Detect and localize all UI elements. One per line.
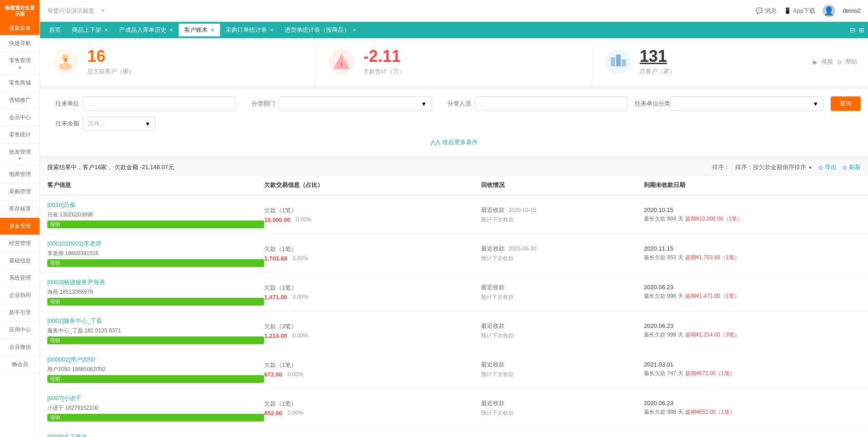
customer-name-6[interactable]: [0006]去下粮仓 (47, 433, 264, 437)
unit-class-label: 往来单位分类 (635, 100, 667, 108)
overdue-link-0[interactable]: 超期¥10,000.00（1笔） (685, 215, 743, 223)
message-button[interactable]: 💬 消息 (756, 7, 777, 15)
sort-select[interactable]: 排序：按欠款金额倒序排序 ▼ (735, 163, 813, 171)
debt-info-2: 欠款（1笔） 1,471.00 0.00% (264, 284, 481, 301)
close-icon[interactable]: ✕ (352, 27, 356, 33)
customer-name-1[interactable]: [0001020001]李老师 (47, 240, 264, 248)
sidebar-item-ecommerce[interactable]: 电商管理 (0, 166, 40, 183)
tab-home[interactable]: 首页 (44, 24, 66, 36)
from-unit-input[interactable]: ... (83, 96, 236, 111)
customer-phone-0: 吕俊 13026203696 (47, 211, 264, 219)
customer-name-0[interactable]: [0016]吕俊 (47, 201, 264, 209)
close-icon[interactable]: ✕ (270, 27, 274, 33)
balance-select[interactable]: 选择... ▼ (83, 116, 156, 131)
customer-tag-1: 现销 (47, 259, 264, 267)
stat-number-debt: -2.11 (363, 48, 581, 65)
search-menu-button[interactable]: 搜索菜单 (0, 22, 40, 35)
tabbar: 首页 商品上下架 ✕ 产成品入库单历史 ✕ 客户账本 ✕ 采购订单统计表 ✕ 进… (40, 22, 868, 38)
total-icon (603, 47, 632, 76)
tab-products[interactable]: 商品上下架 ✕ (66, 24, 114, 36)
debt-amount-4: 672.00 (264, 371, 282, 378)
customer-info-1: [0001020001]李老师 李老师 18600391516 现销 (47, 240, 264, 267)
help-label[interactable]: 帮助 (845, 58, 857, 66)
sidebar-item-inventory[interactable]: 库存核算 (0, 201, 40, 218)
debt-amount-5: 652.00 (264, 410, 282, 417)
export-button[interactable]: ⊙ 导出 (818, 163, 837, 171)
recovery-label-0: 最近收款 (481, 206, 505, 214)
due-date-0: 2020.10.15 (644, 206, 861, 213)
chevron-down-icon: ▲ (4, 65, 36, 70)
debt-info-0: 欠款（1笔） 10,000.00 0.00% (264, 206, 481, 223)
query-button[interactable]: 查询 (831, 96, 861, 111)
recovery-info-4: 最近收款 预计下次收款 (481, 361, 644, 378)
dept-select[interactable]: ▼ (279, 96, 432, 111)
tab-production[interactable]: 产成品入库单历史 ✕ (114, 24, 179, 36)
chevron-down-icon: ▼ (4, 156, 36, 161)
debt-info-5: 欠款（1笔） 652.00 0.00% (264, 400, 481, 417)
sidebar-item-new-guide[interactable]: 新手引导 (0, 304, 40, 321)
overdue-link-1[interactable]: 超期¥1,703.68（1笔） (685, 254, 740, 261)
close-icon[interactable]: ✕ (211, 27, 215, 33)
sidebar-item-basic-info[interactable]: 基础信息 (0, 252, 40, 270)
chevron-down-icon: ▼ (808, 165, 813, 170)
sidebar-item-capital[interactable]: 资金管理 (0, 218, 40, 235)
sidebar-item-retail-stats[interactable]: 零售统计 (0, 126, 40, 144)
close-icon[interactable]: ✕ (169, 27, 173, 33)
close-icon[interactable]: ✕ (104, 27, 108, 33)
sidebar: 畅捷通好生意 示版 搜索菜单 快捷导航 零售管理 ▲ 零售商城 营销推广 会员中… (0, 0, 40, 437)
recovery-info-1: 最近收款 2020-06-30 预计下次收款 (481, 245, 644, 262)
refresh-button[interactable]: ⊙ 刷新 (842, 163, 861, 171)
sidebar-item-member-plus[interactable]: 畅会员 (0, 356, 40, 373)
sidebar-item-retail-mall[interactable]: 零售商城 (0, 75, 40, 92)
table-row: [000002]用户2050 用户2050 18665062050 现销 欠款（… (40, 350, 868, 389)
sidebar-item-app-center[interactable]: 应用中心 (0, 321, 40, 339)
sidebar-item-enterprise-wechat[interactable]: 企业微信 (0, 339, 40, 356)
sidebar-item-enterprise-collab[interactable]: 企业协同 (0, 287, 40, 304)
due-info-0: 2020.10.15 最长欠款 884 天 超期¥10,000.00（1笔） (644, 206, 861, 223)
sidebar-item-marketing[interactable]: 营销推广 (0, 92, 40, 109)
minimize-icon[interactable]: ⊟ (850, 26, 855, 34)
sidebar-item-member[interactable]: 会员中心 (0, 109, 40, 126)
customer-name-2[interactable]: [0003]畅捷服务尹海燕 (47, 278, 264, 286)
sidebar-item-batch-mgmt[interactable]: 批发管理 ▼ (0, 144, 40, 166)
customer-name-4[interactable]: [000002]用户2050 (47, 356, 264, 364)
chevron-down-icon: ▼ (813, 100, 818, 107)
avatar[interactable]: 👤 (823, 5, 835, 17)
customer-name-3[interactable]: [0002]服务中心_丁磊 (47, 317, 264, 325)
chevron-down-icon: ▼ (421, 100, 427, 107)
debt-summary: 欠款金额 -21,148.07元 (115, 164, 174, 171)
sidebar-item-system[interactable]: 系统管理 (0, 270, 40, 287)
due-info-2: 2020.06.23 最长欠款 998 天 超期¥1,471.00（1笔） (644, 284, 861, 300)
overdue-link-2[interactable]: 超期¥1,471.00（1笔） (685, 292, 740, 300)
overdue-link-4[interactable]: 超期¥672.00（1笔） (685, 370, 735, 377)
collapse-button[interactable]: ⋀⋀ 收起更多条件 (429, 136, 480, 148)
quick-nav-button[interactable]: 快捷导航 (0, 35, 40, 52)
tab-customer-account-label: 客户账本 (184, 26, 208, 34)
recovery-label-3: 最近收款 (481, 322, 505, 330)
tab-purchase-order[interactable]: 采购订单统计表 ✕ (220, 24, 279, 36)
sidebar-item-business[interactable]: 经营管理 (0, 235, 40, 252)
due-days-5: 最长欠款 998 天 (644, 408, 683, 416)
app-download-button[interactable]: 📱 App下载 (784, 7, 815, 15)
tabbar-right: ⊟ ⊞ (850, 26, 864, 34)
due-info-3: 2020.06.23 最长欠款 998 天 超期¥1,214.00（3笔） (644, 322, 861, 339)
result-bar: 搜索结果中，客户16家， 欠款金额 -21,148.07元 排序： 排序：按欠款… (40, 159, 868, 176)
tab-purchase-stats[interactable]: 进货单统计表（按商品） ✕ (279, 24, 362, 36)
recovery-next-3: 预计下次收款 (481, 332, 644, 340)
customer-info-5: [0007]小进干 小进干 18279152100 现销 (47, 394, 264, 422)
customer-name-5[interactable]: [0007]小进干 (47, 394, 264, 402)
filter-area: 往来单位 ... 分管部门 ▼ 分管人员 ... (40, 89, 868, 156)
avatar-image: 👤 (824, 6, 834, 16)
overdue-link-5[interactable]: 超期¥652.00（1笔） (685, 408, 735, 416)
maximize-icon[interactable]: ⊞ (859, 26, 864, 34)
unit-class-select[interactable]: ▼ (670, 96, 823, 111)
recovery-next-5: 预计下次收款 (481, 409, 644, 417)
video-label[interactable]: 视频 (821, 58, 833, 66)
debt-icon: ! (327, 47, 356, 76)
tab-customer-account[interactable]: 客户账本 ✕ (179, 24, 220, 36)
sidebar-item-purchase-mgmt[interactable]: 采购管理 (0, 183, 40, 201)
sidebar-item-retail-mgmt[interactable]: 零售管理 ▲ (0, 52, 40, 75)
overdue-link-3[interactable]: 超期¥1,214.00（3笔） (685, 331, 740, 339)
person-input[interactable]: ... (475, 96, 628, 111)
recovery-info-0: 最近收款 2020-10-15 预计下次收款 (481, 206, 644, 224)
